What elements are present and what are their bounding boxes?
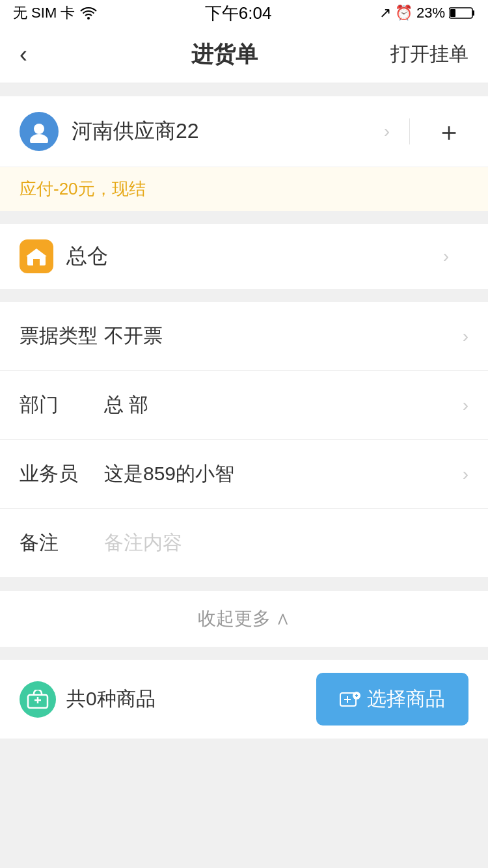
department-chevron: ›: [463, 395, 468, 416]
add-supplier-button[interactable]: ＋: [429, 114, 468, 150]
salesperson-value: 这是859的小智: [104, 461, 463, 487]
form-row-remark[interactable]: 备注 备注内容: [0, 509, 488, 577]
invoice-label: 票据类型: [20, 323, 104, 349]
svg-rect-7: [33, 259, 40, 265]
department-label: 部门: [20, 392, 104, 418]
back-button[interactable]: ‹: [20, 41, 59, 68]
form-row-department[interactable]: 部门 总 部 ›: [0, 371, 488, 440]
svg-rect-2: [450, 9, 455, 17]
battery-icon: [449, 7, 475, 20]
remark-placeholder: 备注内容: [104, 530, 468, 556]
vertical-divider: [409, 118, 410, 144]
department-value: 总 部: [104, 392, 463, 418]
page-title: 进货单: [191, 40, 258, 70]
supplier-notice: 应付-20元，现结: [0, 167, 488, 211]
warehouse-icon: [20, 239, 53, 273]
wifi-icon: [80, 7, 97, 20]
select-product-button[interactable]: 选择商品: [316, 673, 468, 726]
collapse-row[interactable]: 收起更多 ∧: [0, 590, 488, 647]
supplier-avatar: [20, 112, 59, 151]
remark-label: 备注: [20, 530, 104, 556]
status-time: 下午6:04: [205, 2, 272, 25]
invoice-chevron: ›: [463, 326, 468, 347]
collapse-label: 收起更多 ∧: [198, 606, 291, 631]
form-section: 票据类型 不开票 › 部门 总 部 › 业务员 这是859的小智 › 备注 备注…: [0, 302, 488, 577]
warehouse-name: 总仓: [66, 242, 443, 271]
warehouse-section: 总仓 ›: [0, 224, 488, 289]
salesperson-chevron: ›: [463, 464, 468, 485]
supplier-chevron: ›: [384, 121, 390, 142]
select-product-icon: [340, 690, 360, 709]
svg-marker-6: [26, 249, 47, 256]
salesperson-label: 业务员: [20, 461, 104, 487]
form-row-salesperson[interactable]: 业务员 这是859的小智 ›: [0, 440, 488, 509]
section-divider-1: [0, 83, 488, 96]
product-icon: [20, 681, 56, 718]
svg-rect-1: [472, 10, 474, 16]
supplier-section: 河南供应商22 › ＋ 应付-20元，现结: [0, 96, 488, 211]
section-divider-2: [0, 211, 488, 224]
select-product-label: 选择商品: [367, 686, 445, 712]
supplier-name: 河南供应商22: [72, 117, 384, 146]
nav-bar: ‹ 进货单 打开挂单: [0, 26, 488, 83]
status-right: ↗ ⏰ 23%: [379, 5, 475, 21]
invoice-value: 不开票: [104, 323, 463, 349]
warehouse-chevron: ›: [443, 246, 449, 267]
bottom-bar: 共0种商品 选择商品: [0, 660, 488, 739]
sim-status: 无 SIM 卡: [13, 3, 75, 23]
open-hang-button[interactable]: 打开挂单: [390, 41, 468, 68]
status-bar: 无 SIM 卡 下午6:04 ↗ ⏰ 23%: [0, 0, 488, 26]
form-row-invoice[interactable]: 票据类型 不开票 ›: [0, 302, 488, 371]
supplier-row[interactable]: 河南供应商22 › ＋: [0, 96, 488, 167]
location-icon: ↗: [379, 5, 391, 21]
battery-text: 23%: [416, 5, 445, 21]
status-left: 无 SIM 卡: [13, 3, 97, 23]
alarm-icon: ⏰: [395, 5, 413, 21]
product-count: 共0种商品: [66, 686, 316, 712]
warehouse-row[interactable]: 总仓 ›: [0, 224, 488, 289]
svg-point-3: [34, 124, 44, 134]
svg-point-4: [30, 134, 48, 143]
